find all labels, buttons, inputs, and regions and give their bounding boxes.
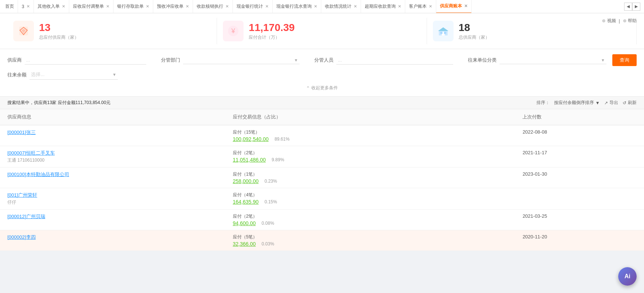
supplier-link-0[interactable]: [000001]张三 (7, 130, 36, 135)
ap-percent-1: 9.89% (272, 157, 284, 162)
col-supplier-info: 供应商信息 (0, 109, 225, 125)
nav-tab-pre-ar-close[interactable]: ✕ (186, 4, 189, 9)
nav-tab-3[interactable]: 3 ✕ (18, 0, 34, 13)
filter-supplier: 供应商 (7, 56, 146, 65)
balance-chevron-down-icon: ▼ (112, 72, 116, 77)
nav-tab-cash-bank-flow[interactable]: 现金银行流水查询 ✕ (273, 0, 321, 13)
nav-tab-pre-ar-label: 预收冲应收单 (157, 3, 183, 10)
export-button[interactable]: ↗ 导出 (604, 100, 618, 106)
nav-tab-overdue-ar[interactable]: 超期应收款查询 ✕ (361, 0, 405, 13)
nav-tab-supplier-ledger-label: 供应商账本 (440, 3, 462, 9)
supplier-filter-label: 供应商 (7, 57, 22, 63)
table-cell-ap-0: 应付（15笔）100,092,540.0089.61% (225, 125, 515, 146)
nav-tab-overdue-ar-close[interactable]: ✕ (398, 4, 401, 9)
nav-tab-other-income[interactable]: 其他收入单 ✕ (34, 0, 69, 13)
ap-label-0: 应付（15笔） (233, 129, 508, 135)
table-cell-ap-2: 应付（1笔）258,000.000.23% (225, 168, 515, 188)
nav-tab-cash-bank-flow-close[interactable]: ✕ (314, 4, 317, 9)
nav-tab-customer-ledger-close[interactable]: ✕ (429, 4, 432, 9)
ap-label-4: 应付（2笔） (233, 213, 508, 220)
filter-dept: 分管部门 ▼ (161, 56, 300, 64)
nav-next-button[interactable]: ▶ (632, 3, 640, 11)
header-links: ⊙ 视频 | ⊙ 帮助 (602, 18, 637, 24)
nav-tab-pre-ar[interactable]: 预收冲应收单 ✕ (153, 0, 193, 13)
query-button[interactable]: 查询 (612, 54, 637, 66)
table-cell-ap-5: 应付（5笔）32,366.000.03% (225, 230, 515, 251)
supplier-link-1[interactable]: [000007]恒旺二手叉车 (7, 150, 55, 156)
nav-tab-receipt-stat[interactable]: 收款情况统计 ✕ (321, 0, 361, 13)
balance-filter-select[interactable]: 选择... ▼ (29, 70, 118, 80)
ap-total-number: 11,170.39 (249, 21, 295, 34)
ap-amount-1[interactable]: 11,051,486.00 (233, 157, 266, 163)
nav-tab-supplier-ledger[interactable]: 供应商账本 ✕ (436, 0, 472, 13)
table-cell-ap-4: 应付（2笔）94,600.000.08% (225, 210, 515, 230)
filter-balance: 往来余额 选择... ▼ (7, 70, 118, 80)
nav-tab-customer-ledger[interactable]: 客户账本 ✕ (405, 0, 436, 13)
table-cell-supplier-5: [000002]李四 (0, 230, 225, 251)
ap-percent-5: 0.03% (262, 241, 274, 247)
summary-card-ap-total: ¥ 11,170.39 应付合计（万） (217, 18, 427, 44)
refresh-label: 刷新 (628, 100, 637, 106)
supplier-filter-input[interactable] (25, 56, 146, 65)
person-filter-input[interactable] (336, 56, 453, 65)
table-cell-last-payment-3 (515, 188, 644, 210)
table-cell-last-payment-2: 2023-01-30 (515, 168, 644, 188)
collapse-label: 收起更多条件 (311, 85, 338, 91)
ap-amount-2[interactable]: 258,000.00 (233, 178, 259, 184)
table-row: [000012]广州贝瑞应付（2笔）94,600.000.08%2021-03-… (0, 210, 644, 230)
nav-tab-supplier-ledger-close[interactable]: ✕ (464, 4, 468, 8)
nav-tab-receipt-writeoff-close[interactable]: ✕ (225, 4, 229, 9)
nav-tab-ar-ap-adjust-close[interactable]: ✕ (106, 4, 109, 9)
svg-rect-8 (440, 32, 442, 34)
nav-tab-receipt-writeoff[interactable]: 收款核销执行 ✕ (193, 0, 233, 13)
nav-tab-other-income-close[interactable]: ✕ (62, 4, 65, 9)
sort-label: 排序： (536, 100, 550, 106)
video-link[interactable]: ⊙ 视频 (602, 18, 616, 24)
nav-tab-overdue-ar-label: 超期应收款查询 (365, 3, 396, 10)
ai-floating-button[interactable]: Ai (618, 267, 637, 286)
table-cell-last-payment-4: 2021-03-25 (515, 210, 644, 230)
supplier-link-2[interactable]: [000100]本特勤油品有限公司 (7, 172, 69, 177)
table-row: [001]广州荣轩仔仔应付（4笔）164,635.900.15% (0, 188, 644, 210)
nav-tab-cash-bank-stat-close[interactable]: ✕ (265, 4, 269, 9)
help-link[interactable]: ⊙ 帮助 (623, 18, 637, 24)
nav-tab-ar-ap-adjust[interactable]: 应收应付调整单 ✕ (69, 0, 113, 13)
table-cell-supplier-4: [000012]广州贝瑞 (0, 210, 225, 230)
nav-prev-button[interactable]: ◀ (624, 3, 632, 11)
ap-percent-3: 0.15% (265, 199, 277, 204)
diamond-icon (13, 21, 34, 41)
nav-tab-bank-deposit-close[interactable]: ✕ (146, 4, 149, 9)
refresh-icon: ↺ (623, 100, 626, 106)
category-filter-select[interactable]: ▼ (500, 56, 607, 64)
supplier-table: 供应商信息 应付交易信息（占比） 上次付数 [000001]张三应付（15笔）1… (0, 109, 644, 251)
nav-tab-cash-bank-flow-label: 现金银行流水查询 (276, 3, 312, 10)
summary-card-ap-suppliers: 13 总应付供应商（家） (7, 18, 217, 44)
ap-suppliers-number: 13 (39, 21, 79, 34)
ap-amount-3[interactable]: 164,635.90 (233, 199, 259, 205)
supplier-link-3[interactable]: [001]广州荣轩 (7, 192, 37, 198)
col-ap-info: 应付交易信息（占比） (225, 109, 515, 125)
balance-select-text: 选择... (31, 71, 112, 78)
ap-amount-4[interactable]: 94,600.00 (233, 220, 256, 226)
sort-select[interactable]: 按应付余额倒序排序 ▼ (554, 100, 600, 106)
nav-tab-3-close[interactable]: ✕ (27, 4, 30, 9)
collapse-button[interactable]: ⌃ 收起更多条件 (302, 83, 342, 93)
top-navigation: 首页 3 ✕ 其他收入单 ✕ 应收应付调整单 ✕ 银行存取款单 ✕ 预收冲应收单… (0, 0, 644, 13)
ap-amount-5[interactable]: 32,366.00 (233, 241, 256, 247)
supplier-link-4[interactable]: [000012]广州贝瑞 (7, 214, 45, 219)
sort-value: 按应付余额倒序排序 (554, 100, 594, 106)
ai-button-label: Ai (624, 273, 630, 280)
nav-tab-other-income-label: 其他收入单 (38, 3, 60, 10)
ap-amount-0[interactable]: 100,092,540.00 (233, 136, 269, 142)
nav-tab-bank-deposit-label: 银行存取款单 (117, 3, 144, 10)
nav-tab-bank-deposit[interactable]: 银行存取款单 ✕ (113, 0, 153, 13)
separator: | (619, 18, 620, 24)
nav-tab-home[interactable]: 首页 (1, 0, 18, 13)
filter-person: 分管人员 (314, 56, 453, 65)
nav-tab-receipt-stat-close[interactable]: ✕ (354, 4, 357, 9)
total-suppliers-label: 总供应商（家） (459, 34, 490, 41)
refresh-button[interactable]: ↺ 刷新 (623, 100, 637, 106)
supplier-link-5[interactable]: [000002]李四 (7, 234, 36, 240)
nav-tab-cash-bank-stat[interactable]: 现金银行统计 ✕ (233, 0, 273, 13)
dept-filter-select[interactable]: ▼ (183, 56, 300, 64)
